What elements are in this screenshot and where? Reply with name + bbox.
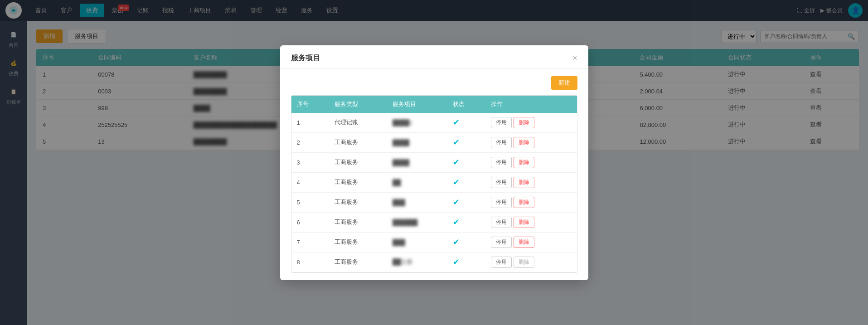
modal-action-cell: 停用删除 — [485, 113, 577, 133]
delete-button[interactable]: 删除 — [514, 257, 534, 268]
modal-col-header-2: 服务项目 — [387, 96, 447, 113]
modal-seq: 6 — [291, 212, 330, 232]
modal-service-type: 工商服务 — [329, 152, 387, 172]
modal-col-header-3: 状态 — [447, 96, 485, 113]
modal-status: ✔ — [447, 232, 485, 252]
modal-col-header-1: 服务类型 — [329, 96, 387, 113]
modal-table-wrap[interactable]: 序号服务类型服务项目状态操作 1代理记账████1✔停用删除2工商服务████✔… — [291, 95, 577, 273]
modal-toolbar: 新建 — [291, 76, 577, 90]
modal-overlay[interactable]: 服务项目 × 新建 序号服务类型服务项目状态操作 1代理记账████1✔停用删除… — [0, 0, 868, 325]
modal-action-cell: 停用删除 — [485, 212, 577, 232]
modal-status: ✔ — [447, 132, 485, 152]
modal-service-item: ███ — [387, 232, 447, 252]
modal-status: ✔ — [447, 192, 485, 212]
modal-seq: 3 — [291, 152, 330, 172]
modal-status: ✔ — [447, 152, 485, 172]
modal-table-row: 4工商服务██✔停用删除 — [291, 172, 577, 192]
modal-table-row: 7工商服务███✔停用删除 — [291, 232, 577, 252]
modal-status: ✔ — [447, 172, 485, 192]
status-check-icon: ✔ — [453, 218, 460, 227]
delete-button[interactable]: 删除 — [514, 217, 534, 228]
modal-service-item: ██████ — [387, 212, 447, 232]
modal-service-item: ████1 — [387, 113, 447, 133]
modal-status: ✔ — [447, 212, 485, 232]
modal-seq: 4 — [291, 172, 330, 192]
modal-seq: 8 — [291, 252, 330, 272]
status-check-icon: ✔ — [453, 238, 460, 247]
modal-table: 序号服务类型服务项目状态操作 1代理记账████1✔停用删除2工商服务████✔… — [291, 96, 577, 272]
modal-action-cell: 停用删除 — [485, 132, 577, 152]
modal-service-type: 工商服务 — [329, 132, 387, 152]
modal-close-button[interactable]: × — [572, 54, 577, 62]
modal-col-header-0: 序号 — [291, 96, 330, 113]
modal-service-item: ██注册 — [387, 252, 447, 272]
modal-seq: 2 — [291, 132, 330, 152]
delete-button[interactable]: 删除 — [514, 237, 534, 248]
modal-seq: 1 — [291, 113, 330, 133]
stop-button[interactable]: 停用 — [491, 217, 512, 228]
modal-table-row: 3工商服务████✔停用删除 — [291, 152, 577, 172]
modal-service-type: 工商服务 — [329, 212, 387, 232]
modal-new-button[interactable]: 新建 — [551, 76, 577, 90]
delete-button[interactable]: 删除 — [514, 117, 534, 128]
modal-service-item: ██ — [387, 172, 447, 192]
status-check-icon: ✔ — [453, 257, 460, 267]
modal-status: ✔ — [447, 113, 485, 133]
modal-service-item: ████ — [387, 152, 447, 172]
modal-status: ✔ — [447, 252, 485, 272]
modal-table-row: 5工商服务███✔停用删除 — [291, 192, 577, 212]
modal-title: 服务项目 — [291, 53, 320, 63]
delete-button[interactable]: 删除 — [514, 197, 534, 208]
modal-service-item: ███ — [387, 192, 447, 212]
modal-service-type: 工商服务 — [329, 172, 387, 192]
modal-action-cell: 停用删除 — [485, 252, 577, 272]
modal-action-cell: 停用删除 — [485, 172, 577, 192]
modal-action-cell: 停用删除 — [485, 232, 577, 252]
modal-seq: 7 — [291, 232, 330, 252]
status-check-icon: ✔ — [453, 178, 460, 187]
stop-button[interactable]: 停用 — [491, 197, 512, 208]
status-check-icon: ✔ — [453, 198, 460, 207]
modal-table-row: 1代理记账████1✔停用删除 — [291, 113, 577, 133]
modal-service-type: 工商服务 — [329, 252, 387, 272]
modal-table-row: 6工商服务██████✔停用删除 — [291, 212, 577, 232]
status-check-icon: ✔ — [453, 138, 460, 147]
modal-header: 服务项目 × — [280, 45, 588, 69]
delete-button[interactable]: 删除 — [514, 157, 534, 168]
modal-service-type: 工商服务 — [329, 232, 387, 252]
stop-button[interactable]: 停用 — [491, 157, 512, 168]
stop-button[interactable]: 停用 — [491, 257, 512, 268]
modal-action-cell: 停用删除 — [485, 152, 577, 172]
service-items-modal: 服务项目 × 新建 序号服务类型服务项目状态操作 1代理记账████1✔停用删除… — [280, 45, 588, 280]
modal-seq: 5 — [291, 192, 330, 212]
stop-button[interactable]: 停用 — [491, 177, 512, 188]
modal-table-row: 8工商服务██注册✔停用删除 — [291, 252, 577, 272]
modal-service-item: ████ — [387, 132, 447, 152]
status-check-icon: ✔ — [453, 118, 460, 127]
modal-col-header-4: 操作 — [485, 96, 577, 113]
modal-action-cell: 停用删除 — [485, 192, 577, 212]
stop-button[interactable]: 停用 — [491, 237, 512, 248]
modal-body: 新建 序号服务类型服务项目状态操作 1代理记账████1✔停用删除2工商服务██… — [280, 69, 588, 280]
delete-button[interactable]: 删除 — [514, 177, 534, 188]
modal-table-row: 2工商服务████✔停用删除 — [291, 132, 577, 152]
modal-service-type: 代理记账 — [329, 113, 387, 133]
stop-button[interactable]: 停用 — [491, 117, 512, 128]
stop-button[interactable]: 停用 — [491, 137, 512, 148]
modal-service-type: 工商服务 — [329, 192, 387, 212]
delete-button[interactable]: 删除 — [514, 137, 534, 148]
status-check-icon: ✔ — [453, 158, 460, 167]
